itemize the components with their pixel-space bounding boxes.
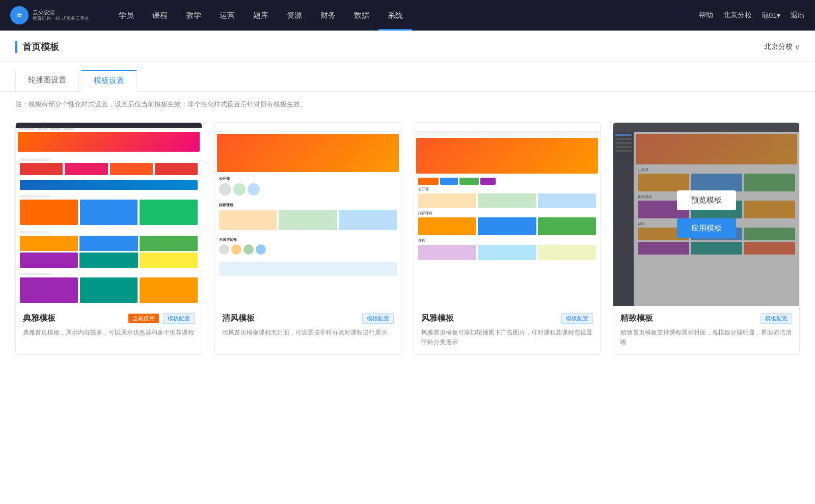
template-desc-elegant: 典雅首页模板，展示内容较多，可以展示优惠券和多个推荐课程 [23,328,195,338]
help-link[interactable]: 帮助 [699,11,713,20]
template-name-light: 清风模板 [222,313,255,324]
tab-bar: 轮播图设置 模板设置 [0,62,815,92]
nav-item-resources[interactable]: 资源 [278,0,311,31]
config-button-refined[interactable]: 模板配置 [760,313,792,324]
templates-grid: 典雅模板 当前应用 模板配置 典雅首页模板，展示内容较多，可以展示优惠券和多个推… [0,117,815,375]
badge-current-elegant: 当前应用 [128,314,159,323]
nav-item-ops[interactable]: 运营 [210,0,244,31]
nav-item-data[interactable]: 数据 [345,0,378,31]
template-preview-refined[interactable]: 公开课 推荐课程 课 [613,123,799,306]
config-button-light[interactable]: 模板配置 [362,313,394,324]
template-desc-wind: 风雅首页模板可添加轮播图下广告图片，可对课程及课程包设置学科分类展示 [421,328,593,347]
config-button-wind[interactable]: 模板配置 [561,313,593,324]
apply-template-button[interactable]: 应用模板 [677,218,736,238]
template-overlay-refined: 预览模板 应用模板 [613,123,799,306]
tab-carousel[interactable]: 轮播图设置 [15,70,79,91]
nav-item-finance[interactable]: 财务 [311,0,345,31]
template-card-light: 公开课 推荐课程 [214,122,401,355]
template-info-light: 清风模板 模板配置 清风首页模板课程无封面，可设置按学科分类对课程进行展示 [215,306,401,345]
note-bar: 注：模板有部分个性化样式设置，设置后仅当前模板生效；非个性化样式设置后针对所有模… [0,92,815,117]
template-info-elegant: 典雅模板 当前应用 模板配置 典雅首页模板，展示内容较多，可以展示优惠券和多个推… [16,306,202,345]
note-text: 注：模板有部分个性化样式设置，设置后仅当前模板生效；非个性化样式设置后针对所有模… [15,100,307,108]
preview-template-button[interactable]: 预览模板 [677,190,736,210]
nav-item-course[interactable]: 课程 [143,0,177,31]
logo-icon: 云 [10,6,29,24]
logo: 云 云朵设堂 教育机构一站 式服务云平台 [10,6,89,24]
template-info-wind: 风雅模板 模板配置 风雅首页模板可添加轮播图下广告图片，可对课程及课程包设置学科… [414,306,600,354]
page-container: 首页模板 北京分校 ∨ 轮播图设置 模板设置 注：模板有部分个性化样式设置，设置… [0,31,815,504]
template-card-refined: 公开课 推荐课程 课 [613,122,800,355]
template-name-elegant: 典雅模板 [23,313,56,324]
template-info-refined: 精致模板 模板配置 精致首页模板支持课程展示封面，各模板分隔明显，界面简洁清晰 [613,306,799,354]
logout-button[interactable]: 退出 [791,11,805,20]
nav-item-system[interactable]: 系统 [378,0,412,31]
template-preview-elegant[interactable] [16,123,202,306]
chevron-down-icon: ∨ [795,43,800,51]
nav-items: 学员 课程 教学 运营 题库 资源 财务 数据 系统 [110,0,699,31]
template-name-wind: 风雅模板 [421,313,454,324]
nav-right: 帮助 北京分校 lijt01▾ 退出 [699,11,805,20]
tab-template[interactable]: 模板设置 [81,70,137,92]
config-button-elegant[interactable]: 模板配置 [163,313,195,324]
user-menu[interactable]: lijt01▾ [762,11,780,19]
top-nav: 云 云朵设堂 教育机构一站 式服务云平台 学员 课程 教学 运营 题库 资源 财… [0,0,815,31]
template-preview-wind[interactable]: 公开课 推荐课程 课程 [414,123,600,306]
template-card-elegant: 典雅模板 当前应用 模板配置 典雅首页模板，展示内容较多，可以展示优惠券和多个推… [15,122,202,355]
page-header: 首页模板 北京分校 ∨ [0,31,815,62]
template-desc-light: 清风首页模板课程无封面，可设置按学科分类对课程进行展示 [222,328,394,338]
template-desc-refined: 精致首页模板支持课程展示封面，各模板分隔明显，界面简洁清晰 [620,328,792,347]
logo-text: 云朵设堂 教育机构一站 式服务云平台 [33,9,89,22]
nav-item-teach[interactable]: 教学 [177,0,210,31]
page-title: 首页模板 [15,41,59,53]
nav-item-student[interactable]: 学员 [110,0,143,31]
template-name-refined: 精致模板 [620,313,653,324]
branch-selector[interactable]: 北京分校 ∨ [764,42,800,51]
template-preview-light[interactable]: 公开课 推荐课程 [215,123,401,306]
template-card-wind: 公开课 推荐课程 课程 [414,122,601,355]
nav-item-questions[interactable]: 题库 [244,0,278,31]
branch-link[interactable]: 北京分校 [723,11,752,20]
